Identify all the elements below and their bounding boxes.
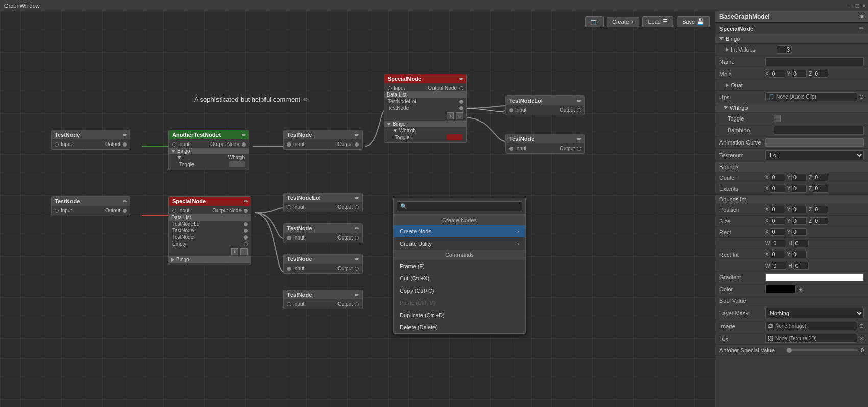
create-utility-item[interactable]: Create Utility ›: [394, 237, 525, 250]
moin-z[interactable]: [813, 70, 828, 78]
port-circle: [287, 205, 291, 209]
minimize-btn[interactable]: ─: [848, 2, 853, 9]
moin-y[interactable]: [791, 70, 807, 78]
testnode-6-header: TestNode ✏: [284, 254, 362, 264]
testnodelol-2-header: TestNodeLol ✏: [284, 193, 362, 202]
bi-px[interactable]: [770, 206, 785, 213]
add-item-btn2[interactable]: +: [231, 248, 238, 255]
context-search-input[interactable]: [397, 201, 522, 211]
testnodelol-2-body: Input Output: [284, 202, 362, 212]
rect-x[interactable]: [770, 228, 785, 236]
color-swatch[interactable]: [765, 285, 796, 293]
testnode-5-edit[interactable]: ✏: [355, 226, 359, 231]
testnode-3-header: TestNode ✏: [506, 134, 584, 143]
image-field[interactable]: 🖼 None (Image): [765, 322, 857, 330]
bi-sy[interactable]: [791, 217, 807, 225]
color-expand-btn[interactable]: ⊞: [798, 286, 803, 293]
camera-btn[interactable]: 📷: [585, 16, 604, 27]
graph-area[interactable]: 📷 Create + Load ☰ Save 💾 A sophisticated…: [0, 11, 715, 407]
bi-sz[interactable]: [813, 217, 828, 225]
upsi-link-btn[interactable]: ⊙: [859, 93, 864, 100]
bounds-ez[interactable]: [813, 185, 828, 193]
anim-curve-field[interactable]: [765, 138, 864, 147]
bi-pz[interactable]: [813, 206, 828, 213]
bounds-cx[interactable]: [770, 174, 785, 181]
create-btn[interactable]: Create +: [607, 17, 640, 27]
testnode-5: TestNode ✏ Input Output: [283, 223, 363, 243]
delete-item[interactable]: Delete (Delete): [394, 321, 525, 333]
int-values-input[interactable]: [777, 45, 792, 54]
toggle-checkbox[interactable]: [774, 115, 781, 122]
anothertestnode: AnotherTestNodet ✏ Input Output Node Bin…: [168, 130, 249, 170]
testnode-1-edit[interactable]: ✏: [123, 132, 127, 138]
bi-sx[interactable]: [770, 217, 785, 225]
edit-icon[interactable]: ✏: [859, 25, 864, 32]
name-row: Name: [715, 56, 868, 68]
panel-collapse-btn[interactable]: ×: [860, 13, 864, 20]
name-input[interactable]: [765, 57, 864, 66]
window-controls[interactable]: ─ □ ×: [848, 2, 866, 9]
bambino-input[interactable]: [774, 126, 864, 135]
anothertestnode-edit[interactable]: ✏: [242, 132, 246, 138]
copy-item[interactable]: Copy (Ctrl+C): [394, 284, 525, 297]
save-btn[interactable]: Save 💾: [677, 16, 710, 27]
context-menu: Create Nodes Create Node › Create Utilit…: [393, 198, 526, 334]
testenum-select[interactable]: Lol: [765, 150, 864, 160]
remove-item-btn2[interactable]: −: [240, 248, 248, 255]
moin-x[interactable]: [770, 70, 785, 78]
chevron-down-icon: [387, 123, 391, 126]
tex-field[interactable]: 🖼 None (Texture 2D): [765, 334, 857, 343]
int-values-expand[interactable]: [726, 46, 731, 53]
testnode-6-edit[interactable]: ✏: [355, 256, 359, 262]
testnode-4-edit[interactable]: ✏: [123, 199, 127, 204]
ri-h[interactable]: [793, 262, 809, 270]
ri-w[interactable]: [771, 262, 786, 270]
testnode-7-edit[interactable]: ✏: [355, 292, 359, 298]
ri-y[interactable]: [791, 251, 807, 258]
duplicate-item[interactable]: Duplicate (Ctrl+D): [394, 309, 525, 321]
toggle-control[interactable]: [229, 161, 245, 167]
testnodelol-2-edit[interactable]: ✏: [355, 195, 359, 201]
bounds-ex[interactable]: [770, 185, 785, 193]
add-item-btn[interactable]: +: [447, 112, 454, 119]
rect-y[interactable]: [791, 228, 807, 236]
cut-item[interactable]: Cut (Ctrl+X): [394, 272, 525, 284]
port-circle: [287, 267, 291, 271]
load-btn[interactable]: Load ☰: [642, 16, 673, 27]
bi-py[interactable]: [791, 206, 807, 213]
rect-h[interactable]: [793, 240, 809, 247]
bounds-ey[interactable]: [791, 185, 807, 193]
testnode-2-edit[interactable]: ✏: [355, 132, 359, 138]
create-node-item[interactable]: Create Node ›: [394, 225, 525, 237]
layer-mask-select[interactable]: Nothing: [765, 308, 864, 318]
testnodelol-1-edit[interactable]: ✏: [577, 98, 581, 104]
specialnode-2-edit[interactable]: ✏: [244, 199, 248, 204]
comment-edit-btn[interactable]: ✏: [303, 95, 309, 103]
remove-item-btn[interactable]: −: [456, 112, 463, 119]
add-remove-row2: + −: [169, 247, 251, 256]
rect-wh: W H: [765, 240, 864, 247]
gradient-field[interactable]: [765, 273, 864, 281]
port-circle: [509, 147, 513, 151]
testnodelol-1-header: TestNodeLol ✏: [506, 96, 584, 105]
upsi-field[interactable]: 🎵 None (Audio Clip): [765, 92, 857, 101]
sp2-testnodeLol: TestNodeLol: [169, 221, 251, 227]
frame-item[interactable]: Frame (F): [394, 260, 525, 272]
close-btn[interactable]: ×: [862, 2, 866, 9]
testnode-1: TestNode ✏ Input Output: [51, 130, 130, 150]
specialnode-1-edit[interactable]: ✏: [459, 76, 463, 82]
anothertestnode-ports: Input Output Node: [169, 141, 249, 148]
toggle-red-control[interactable]: [447, 134, 462, 140]
ri-x[interactable]: [770, 251, 785, 258]
tex-link-btn[interactable]: ⊙: [859, 335, 864, 342]
image-link-btn[interactable]: ⊙: [859, 323, 864, 329]
port-circle: [459, 100, 463, 104]
special-slider[interactable]: [786, 349, 858, 351]
rect-w[interactable]: [771, 240, 786, 247]
maximize-btn[interactable]: □: [856, 2, 859, 9]
bounds-cy[interactable]: [791, 174, 807, 181]
anothertestnode-header: AnotherTestNodet ✏: [169, 130, 249, 139]
bounds-cz[interactable]: [813, 174, 828, 181]
port-circle: [172, 142, 176, 147]
testnode-3-edit[interactable]: ✏: [577, 136, 581, 142]
